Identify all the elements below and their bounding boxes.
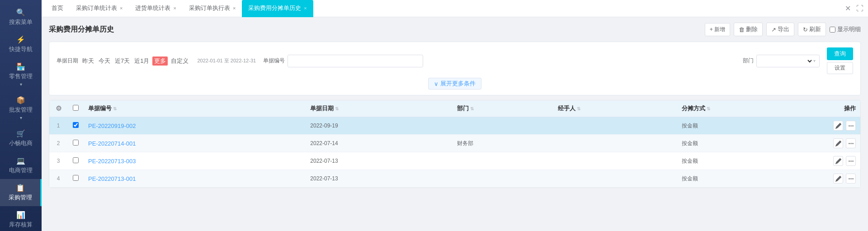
shortcut-yesterday[interactable]: 昨天 (81, 57, 95, 66)
row-checkbox[interactable] (73, 140, 79, 146)
settings-button[interactable]: 设置 (827, 62, 853, 74)
th-handler: 经手人 ⇅ (553, 100, 677, 117)
close-window-button[interactable]: ✕ (844, 3, 852, 14)
tab-purchase-cost-history-label: 采购费用分摊单历史 (248, 4, 301, 12)
sort-doc-date[interactable]: 单据日期 ⇅ (310, 104, 339, 113)
sidebar-item-label: 零售管理 (9, 72, 33, 80)
filter-dept: 部门 财务部 ▾ (743, 55, 820, 67)
sidebar-item-inventory[interactable]: 📊 库存核算 (0, 206, 42, 231)
refresh-icon: ↻ (803, 26, 808, 33)
shortcut-1month[interactable]: 近1月 (133, 57, 151, 66)
row-doc-date: 2022-07-13 (306, 152, 453, 170)
th-doc-date: 单据日期 ⇅ (306, 100, 453, 117)
th-dept: 部门 ⇅ (453, 100, 553, 117)
tab-bar: 首页 采购订单统计表 × 进货单统计表 × 采购订单执行表 × 采购费用分摊单历… (42, 0, 868, 17)
date-range-text: 2022-01-01 至 2022-12-31 (197, 57, 256, 64)
show-detail-checkbox[interactable] (830, 27, 835, 33)
sidebar-item-search[interactable]: 🔍 搜索菜单 (0, 4, 42, 31)
table-header-row: ⚙ 单据编号 ⇅ (49, 100, 860, 117)
row-split-method: 按金额 (677, 135, 824, 152)
row-edit-button[interactable] (833, 156, 843, 166)
tab-purchase-order-exec-close[interactable]: × (233, 5, 236, 11)
row-checkbox[interactable] (73, 122, 79, 128)
refresh-button[interactable]: ↻ 刷新 (798, 23, 826, 36)
doc-no-link[interactable]: PE-20220714-001 (88, 140, 136, 147)
doc-no-input[interactable] (288, 55, 423, 67)
tab-inbound-stats-close[interactable]: × (173, 5, 176, 11)
svg-point-11 (852, 178, 853, 179)
shortcut-more[interactable]: 更多 (152, 57, 168, 66)
th-doc-date-label: 单据日期 (310, 104, 334, 113)
table-settings-icon[interactable]: ⚙ (56, 104, 61, 113)
tab-purchase-cost-history-close[interactable]: × (304, 5, 307, 11)
sort-dept[interactable]: 部门 ⇅ (457, 104, 474, 113)
doc-no-link[interactable]: PE-20220713-003 (88, 158, 136, 165)
chart-icon: 📊 (16, 211, 25, 219)
query-button[interactable]: 查询 (827, 47, 853, 60)
row-more-button[interactable] (846, 138, 856, 148)
data-table: ⚙ 单据编号 ⇅ (49, 100, 860, 188)
sidebar-item-ecommerce[interactable]: 💻 电商管理 (0, 152, 42, 179)
expand-more-conditions-button[interactable]: ∨ 展开更多条件 (428, 78, 481, 90)
doc-no-link[interactable]: PE-20220713-001 (88, 175, 136, 182)
tab-purchase-order-stats[interactable]: 采购订单统计表 × (70, 0, 129, 17)
table-row: 2 PE-20220714-001 2022-07-14 财务部 按金额 (49, 135, 860, 152)
tab-inbound-stats[interactable]: 进货单统计表 × (129, 0, 182, 17)
tab-purchase-order-exec[interactable]: 采购订单执行表 × (183, 0, 242, 17)
svg-point-0 (849, 125, 849, 126)
toolbar: + 新增 🗑 删除 ↗ 导出 ↻ 刷新 显示明细 (705, 23, 861, 36)
sidebar-item-retail[interactable]: 🏪 零售管理 ▾ (0, 58, 42, 91)
tab-purchase-cost-history[interactable]: 采购费用分摊单历史 × (242, 0, 313, 17)
row-split-method: 按金额 (677, 117, 824, 135)
sidebar-item-quick-nav[interactable]: ⚡ 快捷导航 (0, 31, 42, 58)
row-more-button[interactable] (846, 174, 856, 184)
dept-label: 部门 (743, 57, 754, 65)
dept-select[interactable]: 财务部 (760, 57, 813, 65)
th-split-method-label: 分摊方式 (682, 104, 705, 113)
maximize-window-button[interactable]: ⛶ (855, 4, 864, 14)
th-doc-no-label: 单据编号 (88, 104, 112, 113)
shortcut-today[interactable]: 今天 (97, 57, 112, 66)
expand-row: ∨ 展开更多条件 (57, 78, 853, 90)
table-row: 4 PE-20220713-001 2022-07-13 按金额 (49, 170, 860, 188)
sort-handler[interactable]: 经手人 ⇅ (558, 104, 580, 113)
tab-purchase-order-stats-close[interactable]: × (120, 5, 123, 11)
svg-point-2 (852, 125, 853, 126)
sort-icon: ⇅ (470, 106, 474, 111)
row-dept: 财务部 (453, 135, 553, 152)
select-all-checkbox[interactable] (73, 105, 79, 111)
sidebar-item-wholesale[interactable]: 📦 批发管理 ▾ (0, 91, 42, 125)
svg-point-6 (849, 160, 849, 161)
row-checkbox[interactable] (73, 157, 79, 163)
sort-doc-no[interactable]: 单据编号 ⇅ (88, 104, 117, 113)
add-button[interactable]: + 新增 (705, 23, 730, 36)
package-icon: 📦 (16, 96, 25, 104)
table-row: 1 PE-20220919-002 2022-09-19 按金额 (49, 117, 860, 135)
row-checkbox-cell (67, 135, 84, 152)
dept-select-wrap[interactable]: 财务部 ▾ (756, 55, 820, 67)
svg-point-9 (849, 178, 849, 179)
row-checkbox[interactable] (73, 175, 79, 181)
search-icon: 🔍 (16, 8, 25, 17)
sort-split-method[interactable]: 分摊方式 ⇅ (682, 104, 710, 113)
export-label: 导出 (778, 25, 789, 33)
th-actions-label: 操作 (844, 105, 856, 112)
doc-no-link[interactable]: PE-20220919-002 (88, 123, 136, 129)
tab-home[interactable]: 首页 (45, 0, 70, 17)
export-button[interactable]: ↗ 导出 (766, 23, 794, 36)
shortcut-7days[interactable]: 近7天 (113, 57, 131, 66)
sidebar-item-mini-shop[interactable]: 🛒 小畅电商 (0, 125, 42, 152)
filter-doc-no: 单据编号 (263, 55, 736, 67)
row-edit-button[interactable] (833, 138, 843, 148)
show-label-wrap: 显示明细 (830, 25, 861, 33)
row-actions (824, 152, 860, 170)
delete-label: 删除 (746, 25, 758, 33)
row-edit-button[interactable] (833, 174, 843, 184)
shortcut-custom[interactable]: 自定义 (170, 57, 190, 66)
row-index: 1 (49, 117, 67, 135)
delete-button[interactable]: 🗑 删除 (734, 23, 763, 36)
sidebar-item-purchase[interactable]: 📋 采购管理 (0, 179, 42, 206)
row-more-button[interactable] (846, 156, 856, 166)
row-more-button[interactable] (846, 121, 856, 131)
row-edit-button[interactable] (833, 121, 843, 131)
